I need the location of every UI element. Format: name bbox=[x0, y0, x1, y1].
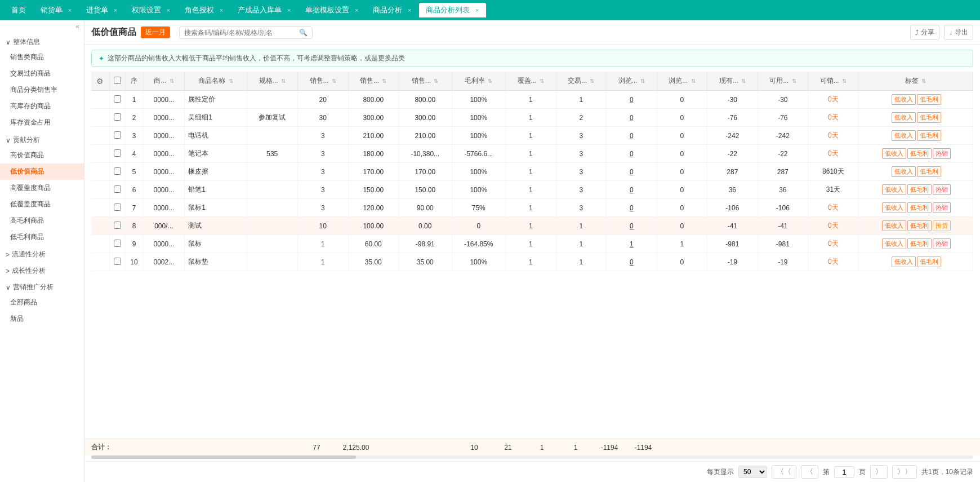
nav-product-analysis-close[interactable]: × bbox=[408, 7, 411, 14]
scrollbar-thumb[interactable] bbox=[91, 456, 356, 459]
sidebar-item-low-value[interactable]: 低价值商品 bbox=[0, 163, 84, 180]
prev-page-btn[interactable]: 〈 bbox=[801, 465, 818, 479]
cell-browse1[interactable]: 0 bbox=[607, 163, 657, 181]
share-button[interactable]: ⤴ 分享 bbox=[910, 25, 939, 40]
next-page-btn[interactable]: 〉 bbox=[870, 465, 888, 479]
row-checkbox[interactable] bbox=[114, 149, 121, 157]
nav-product-analysis-list-close[interactable]: × bbox=[475, 7, 479, 14]
sidebar-item-high-value[interactable]: 高价值商品 bbox=[0, 147, 84, 163]
th-checkbox[interactable] bbox=[109, 72, 125, 91]
last-page-btn[interactable]: 〉〉 bbox=[892, 465, 917, 479]
sidebar-item-low-profit[interactable]: 低毛利商品 bbox=[0, 229, 84, 245]
th-sale-amount[interactable]: 销售... ⇅ bbox=[348, 72, 399, 91]
cell-checkbox[interactable] bbox=[109, 163, 125, 181]
th-avail[interactable]: 可用... ⇅ bbox=[758, 72, 808, 91]
cell-checkbox[interactable] bbox=[109, 109, 125, 127]
cell-browse1[interactable]: 0 bbox=[607, 109, 657, 127]
nav-home[interactable]: 首页 bbox=[5, 3, 33, 17]
sidebar-item-category-sales[interactable]: 商品分类销售率 bbox=[0, 82, 84, 98]
cell-checkbox[interactable] bbox=[109, 91, 125, 109]
sidebar-item-low-coverage[interactable]: 低覆盖度商品 bbox=[0, 196, 84, 213]
th-coverage[interactable]: 覆盖... ⇅ bbox=[506, 72, 556, 91]
cell-checkbox[interactable] bbox=[109, 199, 125, 217]
th-settings[interactable]: ⚙ bbox=[91, 72, 109, 91]
export-button[interactable]: ↓ 导出 bbox=[944, 25, 973, 40]
sidebar-group-circulation[interactable]: > 流通性分析 bbox=[0, 245, 84, 262]
sidebar-group-marketing[interactable]: ∨ 营销推广分析 bbox=[0, 278, 84, 294]
row-checkbox[interactable] bbox=[114, 240, 121, 247]
nav-role-auth-close[interactable]: × bbox=[220, 7, 223, 14]
sidebar-item-high-stock[interactable]: 高库存的商品 bbox=[0, 98, 84, 114]
time-filter-badge[interactable]: 近一月 bbox=[141, 26, 170, 38]
nav-purchase-order-close[interactable]: × bbox=[114, 7, 117, 14]
cell-browse1[interactable]: 0 bbox=[607, 253, 657, 271]
nav-product-warehouse[interactable]: 产成品入库单 × bbox=[231, 3, 297, 17]
first-page-btn[interactable]: 〈〈 bbox=[772, 465, 796, 479]
row-checkbox[interactable] bbox=[114, 113, 121, 121]
select-all-checkbox[interactable] bbox=[114, 77, 121, 84]
nav-template-settings-close[interactable]: × bbox=[355, 7, 358, 14]
th-name[interactable]: 商品名称 ⇅ bbox=[185, 72, 247, 91]
th-stock[interactable]: 现有... ⇅ bbox=[707, 72, 758, 91]
nav-product-analysis[interactable]: 商品分析 × bbox=[366, 3, 418, 17]
th-code[interactable]: 商... ⇅ bbox=[143, 72, 185, 91]
sidebar-group-overall[interactable]: ∨ 整体信息 bbox=[0, 33, 84, 49]
nav-sales-order[interactable]: 销货单 × bbox=[34, 3, 78, 17]
th-tags[interactable]: 标签 ⇅ bbox=[858, 72, 973, 91]
row-checkbox[interactable] bbox=[114, 222, 121, 229]
nav-product-warehouse-close[interactable]: × bbox=[287, 7, 291, 14]
settings-icon[interactable]: ⚙ bbox=[96, 77, 104, 86]
th-saleable[interactable]: 可销... ⇅ bbox=[808, 72, 859, 91]
cell-browse1[interactable]: 0 bbox=[607, 217, 657, 235]
sidebar-item-new-products[interactable]: 新品 bbox=[0, 311, 84, 327]
th-browse1[interactable]: 浏览... ⇅ bbox=[607, 72, 657, 91]
nav-role-auth[interactable]: 角色授权 × bbox=[178, 3, 230, 17]
th-browse2[interactable]: 浏览... ⇅ bbox=[657, 72, 707, 91]
row-checkbox[interactable] bbox=[114, 95, 121, 103]
per-page-select[interactable]: 50 100 200 bbox=[738, 466, 767, 478]
search-icon[interactable]: 🔍 bbox=[299, 29, 308, 37]
row-checkbox[interactable] bbox=[114, 167, 121, 175]
cell-browse1[interactable]: 1 bbox=[607, 235, 657, 253]
th-sale-qty[interactable]: 销售... ⇅ bbox=[298, 72, 349, 91]
sidebar-group-growth[interactable]: > 成长性分析 bbox=[0, 262, 84, 278]
page-number-input[interactable] bbox=[834, 466, 854, 478]
cell-checkbox[interactable] bbox=[109, 217, 125, 235]
cell-checkbox[interactable] bbox=[109, 127, 125, 145]
search-input[interactable] bbox=[184, 29, 297, 37]
cell-browse1[interactable]: 0 bbox=[607, 145, 657, 163]
nav-template-settings[interactable]: 单据模板设置 × bbox=[299, 3, 365, 17]
nav-product-analysis-list[interactable]: 商品分析列表 × bbox=[419, 3, 485, 17]
th-spec[interactable]: 规格... ⇅ bbox=[247, 72, 297, 91]
th-sale-gross[interactable]: 销售... ⇅ bbox=[399, 72, 452, 91]
row-checkbox[interactable] bbox=[114, 258, 121, 265]
sidebar-item-traded-products[interactable]: 交易过的商品 bbox=[0, 65, 84, 82]
cell-checkbox[interactable] bbox=[109, 145, 125, 163]
sidebar-item-sales-products[interactable]: 销售类商品 bbox=[0, 49, 84, 65]
cell-browse1[interactable]: 0 bbox=[607, 181, 657, 199]
nav-purchase-order[interactable]: 进货单 × bbox=[79, 3, 124, 17]
cell-checkbox[interactable] bbox=[109, 253, 125, 271]
cell-checkbox[interactable] bbox=[109, 235, 125, 253]
sidebar-item-stock-capital[interactable]: 库存资金占用 bbox=[0, 114, 84, 131]
cell-browse1[interactable]: 0 bbox=[607, 199, 657, 217]
sidebar-group-contribution[interactable]: ∨ 贡献分析 bbox=[0, 131, 84, 147]
nav-sales-order-close[interactable]: × bbox=[68, 7, 72, 14]
nav-permission-close[interactable]: × bbox=[167, 7, 170, 14]
cell-browse1[interactable]: 0 bbox=[607, 127, 657, 145]
sidebar-item-high-coverage[interactable]: 高覆盖度商品 bbox=[0, 180, 84, 196]
cell-checkbox[interactable] bbox=[109, 181, 125, 199]
sidebar-item-all-products[interactable]: 全部商品 bbox=[0, 294, 84, 311]
row-checkbox[interactable] bbox=[114, 185, 121, 193]
row-checkbox[interactable] bbox=[114, 131, 121, 139]
th-trade[interactable]: 交易... ⇅ bbox=[556, 72, 607, 91]
th-gross-rate[interactable]: 毛利率 ⇅ bbox=[452, 72, 506, 91]
table-wrapper[interactable]: ⚙ 序 商... ⇅ 商品名称 ⇅ 规格... ⇅ 销售... ⇅ 销售... … bbox=[91, 72, 973, 439]
scrollbar-track[interactable] bbox=[91, 456, 973, 459]
nav-permission[interactable]: 权限设置 × bbox=[125, 3, 177, 17]
row-checkbox[interactable] bbox=[114, 204, 121, 211]
search-box[interactable]: 🔍 bbox=[179, 26, 313, 39]
sidebar-item-high-profit[interactable]: 高毛利商品 bbox=[0, 213, 84, 229]
cell-browse1[interactable]: 0 bbox=[607, 91, 657, 109]
sidebar-collapse-btn[interactable]: « bbox=[75, 23, 79, 30]
